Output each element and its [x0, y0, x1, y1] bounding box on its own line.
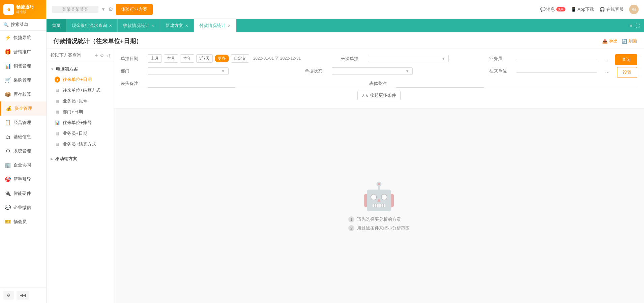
collapse-up-icon: ∧∧ — [362, 93, 369, 98]
doc-status-dropdown-icon: ▼ — [405, 69, 409, 73]
refresh-icon: 🔄 — [622, 39, 627, 44]
nav-label: 库存核算 — [13, 91, 31, 97]
settings-icon[interactable]: ⚙ — [108, 6, 113, 12]
tip-2-num: 2 — [348, 225, 354, 231]
salesman-dots[interactable]: ... — [604, 56, 611, 62]
scheme-item-partner-date[interactable]: ● 往来单位+日期 — [47, 74, 114, 85]
tab-payment-stats[interactable]: 付款情况统计 ✕ — [194, 19, 236, 32]
sidebar-item-member[interactable]: 🎫 畅会员 — [0, 215, 46, 229]
tab-receipt-stats[interactable]: 收款情况统计 ✕ — [118, 19, 160, 32]
scheme-group-desktop-title[interactable]: ▼ 电脑端方案 — [47, 64, 114, 74]
nav-label: 新手引导 — [13, 176, 31, 182]
group-label: 电脑端方案 — [56, 66, 78, 72]
sidebar-item-inventory[interactable]: 📦 库存核算 — [0, 87, 46, 101]
filter-actions: 查询 设置 — [615, 54, 637, 78]
date-btn-last-month[interactable]: 上月 — [148, 54, 162, 63]
date-range: 2022-01-01 至 2022-12-31 — [253, 56, 301, 61]
sidebar-item-system[interactable]: ⚙ 系统管理 — [0, 144, 46, 158]
sidebar-item-finance[interactable]: 💰 资金管理 — [0, 101, 46, 116]
footer-collapse-btn[interactable]: ◀◀ — [17, 291, 29, 300]
filter-row-1: 单据日期 上月 本月 本年 近7天 更多 自定义 2022-01-01 至 20… — [121, 54, 611, 63]
sidebar-item-basic-info[interactable]: 🗂 基础信息 — [0, 130, 46, 144]
new-scheme-tab-close[interactable]: ✕ — [185, 24, 188, 28]
page-header-actions: 📤 导出 🔄 刷新 — [602, 38, 637, 44]
export-btn[interactable]: 📤 导出 — [602, 38, 618, 44]
date-btn-this-year[interactable]: 本年 — [180, 54, 194, 63]
scheme-add-icon[interactable]: + — [95, 52, 98, 58]
enterprise-icon: 🏢 — [5, 162, 11, 168]
scheme-settings-icon[interactable]: ⚙ — [100, 53, 104, 58]
sidebar-item-guide[interactable]: 🎯 新手引导 — [0, 172, 46, 186]
search-menu[interactable]: 🔍 搜索菜单 — [0, 19, 46, 31]
doc-status-select[interactable]: ▼ — [332, 67, 413, 75]
page-header: 付款情况统计（往来单位+日期） 📤 导出 🔄 刷新 — [47, 32, 644, 49]
workspace-dropdown-icon[interactable]: ▼ — [101, 7, 106, 12]
sidebar-item-sales[interactable]: 📊 销售管理 — [0, 59, 46, 73]
set-btn[interactable]: 设置 — [617, 67, 637, 78]
sidebar-item-quick-nav[interactable]: ⚡ 快捷导航 — [0, 31, 46, 45]
receipt-stats-tab-close[interactable]: ✕ — [151, 24, 154, 28]
body-remark-input[interactable] — [396, 80, 484, 88]
sidebar-item-marketing[interactable]: 🎁 营销推广 — [0, 45, 46, 59]
filter-fields: 单据日期 上月 本月 本年 近7天 更多 自定义 2022-01-01 至 20… — [121, 54, 611, 88]
dept-select[interactable]: ▼ — [148, 67, 229, 75]
messages-btn[interactable]: 💬 消息 99+ — [540, 6, 565, 12]
tab-maximize-icon[interactable]: ⛶ — [636, 23, 640, 28]
filter-date-btns: 上月 本月 本年 近7天 更多 自定义 2022-01-01 至 2022-12… — [148, 54, 301, 63]
query-btn[interactable]: 查询 — [615, 54, 637, 65]
sidebar-footer: ⚙ ◀◀ — [0, 287, 46, 303]
avatar[interactable]: Rit — [629, 5, 639, 14]
scheme-group-desktop: ▼ 电脑端方案 ● 往来单位+日期 ▦ 往来单位+结算方式 ▦ — [47, 62, 114, 152]
partner-select[interactable] — [516, 70, 597, 73]
collapse-btn[interactable]: ∧∧ 收起更多条件 — [357, 91, 401, 100]
search-label: 搜索菜单 — [11, 22, 28, 28]
basic-info-icon: 🗂 — [5, 134, 11, 140]
salesman-select[interactable] — [516, 57, 597, 60]
sidebar-item-operation[interactable]: 📋 经营管理 — [0, 116, 46, 130]
date-btn-custom[interactable]: 自定义 — [231, 54, 249, 63]
scheme-item-salesman-date[interactable]: ▦ 业务员+日期 — [47, 128, 114, 139]
nav-label: 采购管理 — [13, 77, 31, 83]
trial-btn[interactable]: 体验行业方案 — [116, 4, 153, 15]
nav-label: 经营管理 — [13, 120, 31, 126]
footer-settings-btn[interactable]: ⚙ — [3, 291, 14, 300]
refresh-btn[interactable]: 🔄 刷新 — [622, 38, 637, 44]
scheme-item-label: 业务员+日期 — [63, 130, 87, 137]
guide-icon: 🎯 — [5, 176, 11, 182]
date-btn-7-days[interactable]: 近7天 — [196, 54, 213, 63]
sidebar-item-enterprise[interactable]: 🏢 企业协同 — [0, 158, 46, 172]
scheme-item-salesman-account[interactable]: ▦ 业务员+账号 — [47, 96, 114, 107]
scheme-item-partner-account[interactable]: 📊 往来单位+账号 — [47, 117, 114, 128]
filter-row-3: 表头备注 表体备注 — [121, 80, 611, 88]
scheme-item-salesman-payment[interactable]: ▦ 业务员+结算方式 — [47, 139, 114, 150]
scheme-item-label: 往来单位+日期 — [63, 77, 92, 83]
scheme-item-dept-date[interactable]: ▦ 部门+日期 — [47, 107, 114, 117]
sidebar-item-wechat[interactable]: 💬 企业微信 — [0, 201, 46, 215]
scheme-collapse-icon[interactable]: ◁ — [106, 53, 110, 58]
nav-label: 资金管理 — [14, 105, 32, 112]
main-content: 某某某某某某 ▼ ⚙ 体验行业方案 💬 消息 99+ 📱 App下载 🎧 在线客… — [47, 0, 644, 303]
date-label: 单据日期 — [121, 56, 141, 62]
bank-flow-tab-label: 现金银行流水查询 — [72, 23, 107, 29]
date-btn-more[interactable]: 更多 — [215, 55, 229, 62]
scheme-item-partner-payment[interactable]: ▦ 往来单位+结算方式 — [47, 85, 114, 96]
scheme-group-mobile-title[interactable]: ▶ 移动端方案 — [47, 154, 114, 164]
empty-robot-icon: 🤖 — [362, 181, 396, 212]
tab-bank-flow[interactable]: 现金银行流水查询 ✕ — [66, 19, 118, 32]
partner-dots[interactable]: ... — [604, 68, 611, 74]
payment-stats-tab-close[interactable]: ✕ — [228, 24, 231, 28]
tab-home[interactable]: 首页 — [47, 19, 66, 32]
sidebar-item-hardware[interactable]: 🔌 智能硬件 — [0, 186, 46, 201]
tab-close-all-icon[interactable]: ✕ — [629, 23, 633, 28]
header-remark-input[interactable] — [148, 80, 235, 88]
empty-state: 🤖 1 请先选择要分析的方案 2 用过滤条件来缩小分析范围 — [114, 109, 644, 303]
date-btn-this-month[interactable]: 本月 — [164, 54, 178, 63]
sidebar-item-purchase[interactable]: 🛒 采购管理 — [0, 73, 46, 87]
online-service-btn[interactable]: 🎧 在线客服 — [599, 6, 624, 12]
source-select[interactable]: ▼ — [368, 55, 449, 62]
bank-flow-tab-close[interactable]: ✕ — [109, 24, 112, 28]
tab-new-scheme[interactable]: 新建方案 ✕ — [160, 19, 194, 32]
app-download-btn[interactable]: 📱 App下载 — [571, 6, 594, 12]
finance-icon: 💰 — [6, 105, 12, 112]
right-panel: 单据日期 上月 本月 本年 近7天 更多 自定义 2022-01-01 至 20… — [114, 49, 644, 303]
